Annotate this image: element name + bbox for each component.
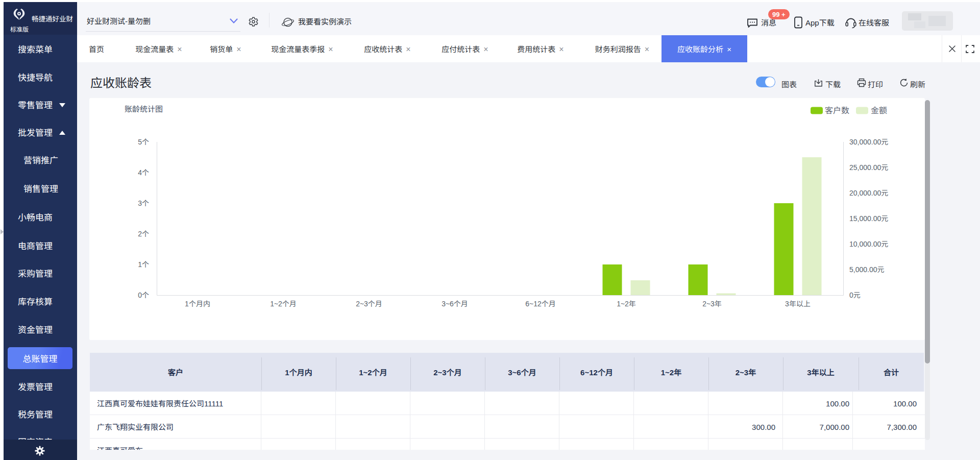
svg-text:0个: 0个 — [138, 289, 149, 300]
svg-text:30,000.00元: 30,000.00元 — [849, 136, 888, 147]
svg-text:金额: 金额 — [871, 104, 887, 116]
svg-text:6~12个月: 6~12个月 — [525, 298, 556, 308]
svg-text:2~3年: 2~3年 — [702, 298, 722, 308]
svg-text:4个: 4个 — [138, 167, 149, 177]
svg-text:账龄统计图: 账龄统计图 — [125, 103, 163, 114]
svg-text:3个: 3个 — [138, 198, 149, 208]
svg-text:3~6个月: 3~6个月 — [442, 298, 468, 308]
svg-text:5个: 5个 — [138, 136, 149, 147]
svg-text:1个月内: 1个月内 — [185, 298, 210, 308]
svg-text:3年以上: 3年以上 — [785, 298, 811, 308]
svg-text:1个: 1个 — [138, 259, 149, 269]
svg-text:1~2年: 1~2年 — [617, 298, 636, 308]
svg-text:2~3个月: 2~3个月 — [356, 298, 382, 308]
svg-text:25,000.00元: 25,000.00元 — [849, 162, 888, 172]
svg-text:5,000.00元: 5,000.00元 — [849, 264, 885, 274]
svg-text:2个: 2个 — [138, 228, 149, 238]
svg-text:客户数: 客户数 — [825, 104, 849, 116]
svg-text:15,000.00元: 15,000.00元 — [849, 213, 888, 223]
svg-text:10,000.00元: 10,000.00元 — [849, 238, 888, 249]
svg-text:20,000.00元: 20,000.00元 — [849, 187, 888, 198]
svg-text:0元: 0元 — [849, 289, 861, 300]
svg-text:1~2个月: 1~2个月 — [270, 298, 297, 308]
